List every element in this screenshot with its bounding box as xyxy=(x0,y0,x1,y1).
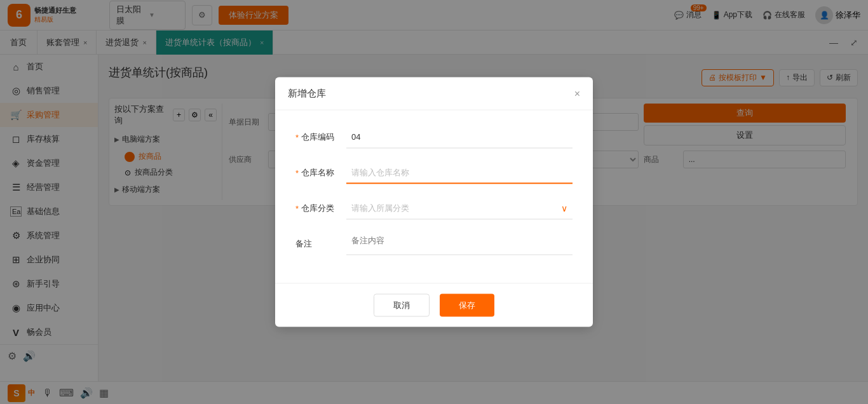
required-star-name: * xyxy=(295,168,299,177)
warehouse-category-label: * 仓库分类 xyxy=(295,203,346,214)
cancel-button[interactable]: 取消 xyxy=(374,294,430,317)
field-remark: 备注 xyxy=(295,232,573,255)
warehouse-code-input[interactable] xyxy=(346,126,573,149)
field-warehouse-name: * 仓库名称 xyxy=(295,161,573,184)
warehouse-category-wrapper: 请输入所属分类 ∨ xyxy=(346,197,573,220)
required-star-category: * xyxy=(295,203,299,213)
remark-input[interactable] xyxy=(346,232,573,255)
modal-footer: 取消 保存 xyxy=(275,283,593,327)
modal-close-button[interactable]: × xyxy=(574,88,580,99)
new-warehouse-modal: 新增仓库 × * 仓库编码 * 仓库名称 * 仓库分类 xyxy=(275,77,593,327)
required-star-code: * xyxy=(295,132,299,142)
save-button[interactable]: 保存 xyxy=(440,294,494,317)
remark-label: 备注 xyxy=(295,238,346,250)
field-warehouse-category: * 仓库分类 请输入所属分类 ∨ xyxy=(295,197,573,220)
warehouse-name-input[interactable] xyxy=(346,161,573,184)
modal-header: 新增仓库 × xyxy=(275,77,593,111)
modal-title: 新增仓库 xyxy=(288,88,574,100)
modal-body: * 仓库编码 * 仓库名称 * 仓库分类 请输入所属分类 ∨ xyxy=(275,111,593,283)
warehouse-name-label: * 仓库名称 xyxy=(295,167,346,178)
warehouse-code-label: * 仓库编码 xyxy=(295,131,346,143)
field-warehouse-code: * 仓库编码 xyxy=(295,126,573,149)
warehouse-category-select[interactable]: 请输入所属分类 xyxy=(346,197,573,220)
